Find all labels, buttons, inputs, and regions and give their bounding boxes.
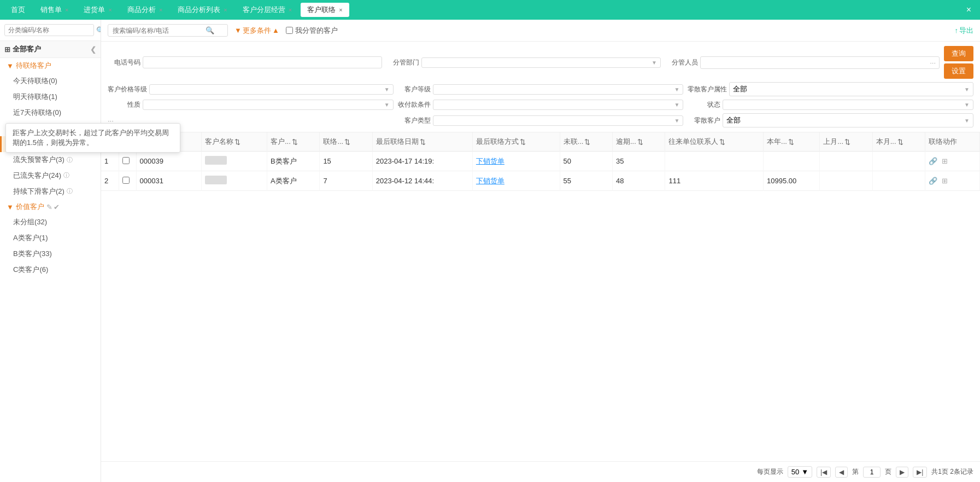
cell-overdue: 48 bbox=[612, 171, 665, 191]
col-this-month[interactable]: 本月... ⇅ bbox=[872, 132, 925, 152]
next-page-button[interactable]: ▶ bbox=[896, 467, 908, 478]
nav-tab-analysis-list-close[interactable]: × bbox=[224, 7, 227, 13]
action-link-icon[interactable]: 🔗 bbox=[929, 177, 937, 185]
col-current-year[interactable]: 本年... ⇅ bbox=[764, 132, 820, 152]
nav-tab-sales[interactable]: 销售单 × bbox=[34, 3, 75, 17]
sidebar-item-lost-pre-label: 流失预警客户(3) bbox=[13, 154, 64, 166]
nav-tab-analysis[interactable]: 商品分析 × bbox=[121, 3, 169, 17]
sidebar-item-a-class[interactable]: A类客户(1) bbox=[0, 230, 101, 246]
last-contact-method-link[interactable]: 下销货单 bbox=[476, 157, 504, 165]
last-page-button[interactable]: ▶| bbox=[913, 467, 927, 478]
cell-checkbox bbox=[119, 171, 136, 191]
nav-tab-sales-close[interactable]: × bbox=[65, 7, 68, 13]
col-overdue-sort: ⇅ bbox=[637, 138, 643, 146]
customer-level-label: 客户等级 bbox=[398, 85, 431, 94]
col-unlink-count[interactable]: 未联... ⇅ bbox=[560, 132, 612, 152]
first-page-button[interactable]: |◀ bbox=[817, 467, 831, 478]
nav-tab-purchase[interactable]: 进货单 × bbox=[77, 3, 118, 17]
cell-unlink-count: 55 bbox=[560, 171, 612, 191]
table-container: ⚙ 客户编码 ⇅ 客户名称 bbox=[101, 132, 980, 461]
payment-select[interactable]: ▼ bbox=[433, 100, 684, 110]
filter-row-1: 电话号码 分管部门 ▼ 分管人员 ··· bbox=[108, 46, 973, 79]
cell-code: 000039 bbox=[136, 152, 202, 171]
sidebar-item-lost-actual[interactable]: 已流失客户(24) ⓘ bbox=[0, 168, 101, 184]
retail-customer-select[interactable]: 全部 ▼ bbox=[723, 113, 973, 127]
more-conditions-label: 更多条件 bbox=[243, 26, 271, 36]
page-number-input[interactable] bbox=[863, 467, 881, 478]
query-button[interactable]: 查询 bbox=[944, 46, 973, 61]
filter-field-customer-type: 客户类型 ▼ bbox=[398, 115, 684, 126]
cell-name bbox=[202, 171, 267, 191]
row-checkbox[interactable] bbox=[122, 157, 130, 164]
sidebar-item-lost-pre[interactable]: 流失预警客户(3) ⓘ bbox=[0, 152, 101, 168]
export-label: 导出 bbox=[959, 26, 973, 36]
action-grid-icon[interactable]: ⊞ bbox=[942, 177, 948, 185]
gender-select[interactable]: ▼ bbox=[143, 100, 394, 110]
last-contact-method-link[interactable]: 下销货单 bbox=[476, 177, 504, 185]
sidebar-all-customers-header: ⊞ 全部客户 ❮ bbox=[0, 41, 101, 58]
nav-tab-sales-label: 销售单 bbox=[40, 5, 62, 15]
setting-button[interactable]: 设置 bbox=[944, 63, 973, 79]
nav-tab-analysis-list[interactable]: 商品分析列表 × bbox=[171, 3, 233, 17]
sidebar-pending-contact-group[interactable]: ▼ 待联络客户 bbox=[0, 58, 101, 73]
sidebar-item-ungrouped[interactable]: 未分组(32) bbox=[0, 214, 101, 230]
nav-tab-purchase-label: 进货单 bbox=[84, 5, 105, 15]
sidebar-item-today-pending[interactable]: 今天待联络(0) bbox=[0, 73, 101, 89]
price-level-select[interactable]: ▼ bbox=[149, 84, 394, 95]
col-overdue[interactable]: 逾期... ⇅ bbox=[612, 132, 665, 152]
sidebar: 🔍 ⊞ 全部客户 ❮ ▼ 待联络客户 今天待联络(0) 明天待联络(1) 近7天… bbox=[0, 20, 101, 482]
col-customer-name-label: 客户名称 bbox=[205, 137, 233, 147]
pending-contact-arrow: ▼ bbox=[7, 62, 14, 70]
nav-tab-purchase-close[interactable]: × bbox=[108, 7, 112, 13]
filter-field-retail-customer: 零散客户 全部 ▼ bbox=[688, 113, 973, 127]
retail-attr-select[interactable]: 全部 ▼ bbox=[729, 82, 973, 96]
col-last-contact-method[interactable]: 最后联络方式 ⇅ bbox=[472, 132, 560, 152]
sidebar-value-customer-group[interactable]: ▼ 价值客户 ✎ ✔ bbox=[0, 199, 101, 214]
person-dots[interactable]: ··· bbox=[930, 59, 936, 67]
col-customer-type[interactable]: 客户... ⇅ bbox=[267, 132, 319, 152]
sidebar-search-input[interactable] bbox=[4, 24, 94, 36]
nav-tab-analysis-label: 商品分析 bbox=[127, 5, 156, 15]
sidebar-search-icon[interactable]: 🔍 bbox=[96, 26, 101, 34]
nav-tab-customer-tier[interactable]: 客户分层经营 × bbox=[236, 3, 298, 17]
my-customer-checkbox[interactable] bbox=[286, 27, 293, 34]
search-icon[interactable]: 🔍 bbox=[206, 26, 214, 34]
sidebar-item-7days-pending[interactable]: 近7天待联络(0) bbox=[0, 105, 101, 121]
window-close-button[interactable]: × bbox=[962, 5, 976, 15]
customer-level-select[interactable]: ▼ bbox=[433, 84, 684, 95]
phone-input[interactable] bbox=[143, 56, 382, 68]
nav-tab-customer-contact[interactable]: 客户联络 × bbox=[301, 3, 349, 17]
nav-tab-analysis-close[interactable]: × bbox=[159, 7, 162, 13]
col-last-month-sort: ⇅ bbox=[844, 138, 850, 146]
col-related-contact[interactable]: 往来单位联系人 ⇅ bbox=[665, 132, 764, 152]
sidebar-item-b-class[interactable]: B类客户(33) bbox=[0, 246, 101, 262]
prev-page-button[interactable]: ◀ bbox=[835, 467, 848, 478]
col-last-month[interactable]: 上月... ⇅ bbox=[820, 132, 872, 152]
sidebar-item-tomorrow-pending[interactable]: 明天待联络(1) bbox=[0, 89, 101, 105]
dept-select[interactable]: ▼ bbox=[421, 57, 661, 68]
col-contact-count[interactable]: 联络... ⇅ bbox=[320, 132, 372, 152]
col-customer-name[interactable]: 客户名称 ⇅ bbox=[202, 132, 267, 152]
more-conditions-button[interactable]: ▼ 更多条件 ▲ bbox=[234, 26, 279, 36]
col-last-contact-date-sort: ⇅ bbox=[420, 138, 426, 146]
row-checkbox[interactable] bbox=[122, 177, 130, 184]
search-input[interactable] bbox=[113, 27, 206, 34]
nav-tab-customer-contact-close[interactable]: × bbox=[339, 7, 342, 13]
sidebar-collapse-btn[interactable]: ❮ bbox=[90, 45, 96, 54]
status-select[interactable]: ▼ bbox=[723, 100, 973, 110]
value-customer-label: 价值客户 bbox=[16, 202, 44, 212]
value-customer-edit-icon[interactable]: ✎ bbox=[46, 203, 52, 211]
price-level-label: 客户价格等级 bbox=[108, 85, 147, 94]
action-link-icon[interactable]: 🔗 bbox=[929, 157, 937, 165]
nav-tab-home[interactable]: 首页 bbox=[4, 3, 32, 17]
export-button[interactable]: ↑ 导出 bbox=[955, 26, 974, 36]
action-grid-icon[interactable]: ⊞ bbox=[942, 157, 948, 165]
main-layout: 🔍 ⊞ 全部客户 ❮ ▼ 待联络客户 今天待联络(0) 明天待联络(1) 近7天… bbox=[0, 20, 980, 482]
person-select[interactable]: ··· bbox=[700, 56, 940, 69]
sidebar-item-c-class[interactable]: C类客户(6) bbox=[0, 262, 101, 278]
nav-tab-customer-tier-close[interactable]: × bbox=[289, 7, 292, 13]
sidebar-item-continuous-decline[interactable]: 持续下滑客户(2) ⓘ bbox=[0, 184, 101, 200]
page-size-select[interactable]: 50 ▼ bbox=[788, 466, 812, 478]
customer-type-select[interactable]: ▼ bbox=[433, 115, 684, 126]
col-last-contact-date[interactable]: 最后联络日期 ⇅ bbox=[372, 132, 472, 152]
